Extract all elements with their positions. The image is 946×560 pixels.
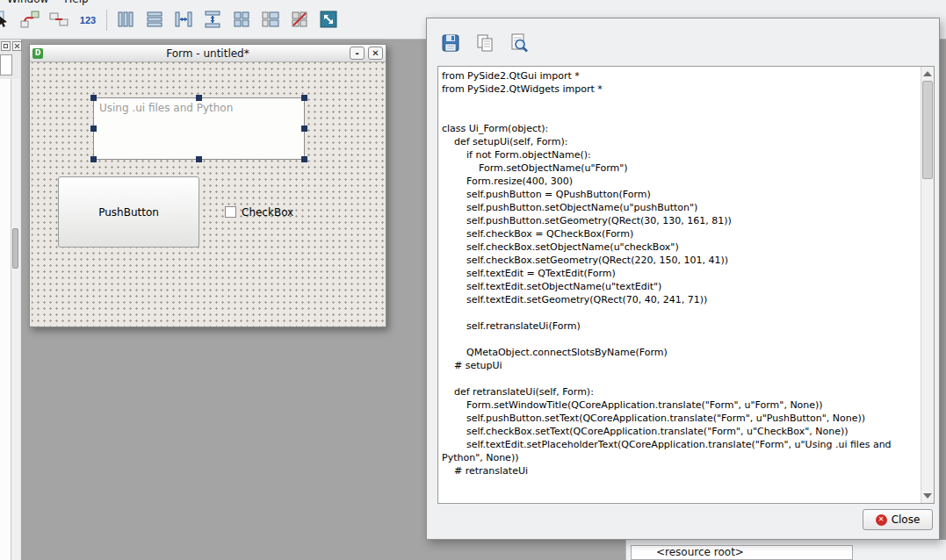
- left-scrollbar[interactable]: [11, 79, 20, 560]
- layout-horizontal-button[interactable]: [112, 7, 139, 33]
- form-designer-window: D Form - untitled* - ✕ Using .ui files a…: [29, 44, 386, 327]
- menubar: WindowHelp: [7, 0, 105, 5]
- float-icon: [4, 44, 8, 48]
- close-window-button[interactable]: ✕: [368, 47, 383, 60]
- menu-window[interactable]: Window: [7, 0, 48, 5]
- adjust-size-button[interactable]: [315, 7, 342, 33]
- textedit-placeholder: Using .ui files and Python: [99, 102, 233, 114]
- layout-vertical-icon: [145, 10, 164, 32]
- minimize-button[interactable]: -: [350, 47, 365, 60]
- layout-grid-icon: [232, 10, 251, 32]
- dock-close-button[interactable]: [12, 41, 22, 51]
- code-preview-dialog: from PySide2.QtGui import * from PySide2…: [426, 18, 940, 540]
- edit-buddies-button[interactable]: [46, 7, 72, 33]
- selection-handle[interactable]: [301, 95, 307, 101]
- scroll-down-icon[interactable]: [923, 493, 932, 499]
- save-button[interactable]: [437, 31, 464, 57]
- find-icon: [509, 32, 530, 56]
- edit-widgets-icon: [0, 9, 11, 32]
- close-icon: ✕: [876, 514, 887, 526]
- left-scrollbar-thumb[interactable]: [12, 228, 18, 269]
- widget-box-dock: [0, 39, 21, 560]
- layout-horizontal-icon: [116, 10, 135, 32]
- form-window-icon: D: [32, 48, 43, 59]
- close-button-label: Close: [892, 513, 921, 526]
- layout-horizontal-splitter-icon: [174, 10, 193, 32]
- pushbutton-widget[interactable]: PushButton: [58, 176, 199, 248]
- close-button[interactable]: ✕ Close: [863, 509, 933, 530]
- selection-handle[interactable]: [196, 95, 202, 101]
- layout-form-icon: [261, 10, 280, 32]
- checkbox-indicator[interactable]: [225, 206, 236, 218]
- resource-root-label: <resource root>: [632, 546, 852, 559]
- toolbar-separator: [106, 10, 107, 31]
- selection-handle[interactable]: [90, 156, 97, 162]
- edit-signals-slots-icon: [19, 9, 40, 32]
- widget-filter-input[interactable]: [0, 54, 12, 75]
- scroll-up-icon[interactable]: [923, 71, 932, 76]
- checkbox-widget[interactable]: CheckBox: [225, 194, 314, 230]
- edit-tab-order-button[interactable]: 123: [75, 7, 101, 33]
- layout-vertical-button[interactable]: [141, 7, 168, 33]
- copy-icon: [474, 32, 495, 56]
- layout-grid-button[interactable]: [228, 7, 255, 33]
- menu-help[interactable]: Help: [64, 0, 88, 5]
- save-icon: [440, 32, 461, 56]
- checkbox-label: CheckBox: [242, 206, 293, 219]
- vertical-scrollbar[interactable]: [921, 67, 934, 503]
- form-window-title: Form - untitled*: [30, 47, 386, 60]
- resource-root-item[interactable]: <resource root>: [631, 545, 853, 560]
- selection-handle[interactable]: [196, 156, 202, 162]
- code-view[interactable]: from PySide2.QtGui import * from PySide2…: [437, 66, 935, 504]
- qt-designer-screen: WindowHelp 123: [0, 0, 946, 560]
- adjust-size-icon: [319, 10, 338, 32]
- edit-widgets-button[interactable]: [0, 7, 14, 33]
- form-window-titlebar[interactable]: D Form - untitled* - ✕: [30, 45, 386, 62]
- selection-handle[interactable]: [90, 126, 97, 132]
- break-layout-icon: [290, 10, 309, 32]
- selection-handle[interactable]: [90, 95, 97, 101]
- code-text: from PySide2.QtGui import * from PySide2…: [438, 67, 919, 480]
- edit-tab-order-icon: 123: [80, 15, 96, 25]
- edit-buddies-icon: [48, 9, 69, 32]
- textedit-widget[interactable]: Using .ui files and Python: [93, 97, 305, 160]
- layout-horizontal-splitter-button[interactable]: [170, 7, 197, 33]
- dock-float-button[interactable]: [1, 41, 11, 51]
- scrollbar-thumb[interactable]: [922, 81, 933, 179]
- layout-vertical-splitter-icon: [203, 10, 222, 32]
- copy-button[interactable]: [472, 31, 498, 57]
- main-toolbar: 123: [0, 7, 344, 33]
- find-button[interactable]: [506, 31, 532, 57]
- form-canvas[interactable]: Using .ui files and Python PushButton Ch…: [32, 62, 384, 327]
- layout-vertical-splitter-button[interactable]: [199, 7, 226, 33]
- layout-form-button[interactable]: [257, 7, 284, 33]
- widget-box-list[interactable]: [0, 79, 11, 560]
- code-dialog-toolbar: [437, 31, 532, 57]
- edit-signals-slots-button[interactable]: [17, 7, 43, 33]
- selection-handle[interactable]: [301, 156, 307, 162]
- resource-browser-panel: <resource root>: [625, 540, 946, 560]
- break-layout-button[interactable]: [286, 7, 313, 33]
- selection-handle[interactable]: [301, 126, 307, 132]
